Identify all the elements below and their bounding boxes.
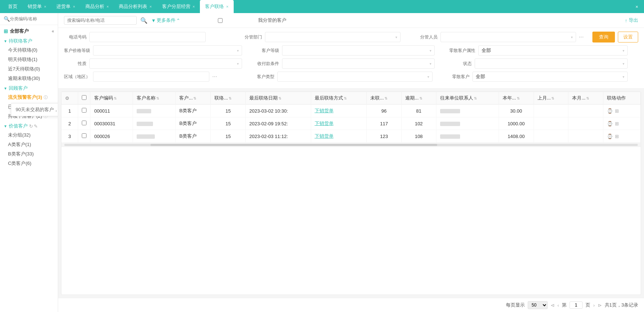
- page-prev-button[interactable]: ‹: [558, 303, 559, 308]
- row-checkbox[interactable]: [82, 121, 86, 125]
- price-level-select[interactable]: ▾: [93, 45, 242, 56]
- last-date-cell: 2023-02-03 11:12:: [246, 130, 311, 143]
- region-more-icon[interactable]: ···: [209, 73, 220, 80]
- scrollbar-thumb[interactable]: [150, 144, 437, 146]
- more-conditions-button[interactable]: ▼ 更多条件 ⌃: [151, 17, 180, 24]
- staff-select[interactable]: ▾: [440, 32, 576, 42]
- zero-customer-select[interactable]: 全部 ▾: [472, 72, 628, 82]
- more-action-icon[interactable]: ⊞: [615, 108, 619, 114]
- close-icon[interactable]: ×: [44, 4, 46, 9]
- page-number-input[interactable]: [569, 301, 583, 309]
- col-contact-person[interactable]: 往来单位联系人⇅: [436, 92, 499, 105]
- col-last-month[interactable]: 上月...⇅: [534, 92, 568, 105]
- sidebar-item-7days[interactable]: 近7天待联络(0): [0, 64, 58, 74]
- dept-select[interactable]: ▾: [265, 32, 401, 42]
- col-unlisted[interactable]: 未联...⇅: [367, 92, 402, 105]
- export-button[interactable]: ↑ 导出: [625, 17, 639, 24]
- nav-tab-home[interactable]: 首页: [3, 0, 23, 13]
- status-select[interactable]: ▾: [475, 58, 627, 69]
- nav-tab-product-list[interactable]: 商品分析列表 ×: [114, 0, 157, 13]
- close-icon[interactable]: ×: [106, 4, 109, 9]
- nav-tab-purchase[interactable]: 进货单 ×: [51, 0, 80, 13]
- close-icon[interactable]: ×: [149, 4, 152, 9]
- my-customers-checkbox[interactable]: [184, 18, 257, 23]
- row-checkbox[interactable]: [82, 133, 86, 138]
- more-icon[interactable]: ···: [576, 34, 587, 40]
- sidebar-item-churn-warning[interactable]: 流失预警客户(3) ⓘ: [0, 93, 58, 102]
- close-all-button[interactable]: ×: [632, 3, 641, 10]
- col-this-month[interactable]: 本月...⇅: [568, 92, 603, 105]
- contact-way-link[interactable]: 下销货单: [315, 108, 334, 113]
- sidebar-item-unclassified[interactable]: 未分组(32): [0, 130, 58, 140]
- filter-field-region: 区域（地区） ···: [64, 72, 245, 82]
- search-input[interactable]: [64, 16, 137, 25]
- sidebar-collapse-button[interactable]: «: [52, 29, 54, 34]
- status-label: 状态: [449, 61, 475, 67]
- per-page-select[interactable]: 50 100 200: [528, 301, 548, 309]
- check-cell[interactable]: [78, 117, 90, 130]
- more-action-icon[interactable]: ⊞: [615, 134, 619, 139]
- col-code[interactable]: 客户编码⇅: [90, 92, 133, 105]
- edit-icon[interactable]: ✎: [34, 123, 38, 129]
- page-last-button[interactable]: ⊳: [598, 303, 602, 308]
- contact-way-link[interactable]: 下销货单: [315, 133, 334, 139]
- sidebar-item-class-c[interactable]: C类客户(6): [0, 159, 58, 168]
- col-checkbox[interactable]: [78, 92, 90, 105]
- sidebar-item-tomorrow[interactable]: 明天待联络(1): [0, 55, 58, 64]
- check-cell[interactable]: [78, 130, 90, 143]
- action-icons: ⌚ ⊞: [607, 134, 637, 139]
- col-last-date[interactable]: 最后联络日期⇅: [246, 92, 311, 105]
- close-icon[interactable]: ×: [226, 4, 228, 9]
- customer-level-select[interactable]: ▾: [282, 45, 435, 56]
- col-this-year[interactable]: 本年...⇅: [499, 92, 534, 105]
- settings-button[interactable]: 设置: [618, 32, 638, 42]
- page-first-button[interactable]: ⊲: [551, 303, 555, 308]
- zero-attr-select[interactable]: 全部 ▾: [478, 45, 627, 56]
- sidebar-group-value[interactable]: ▼ 价值客户 ↻ ✎: [0, 121, 58, 130]
- search-icon[interactable]: 🔍: [140, 17, 148, 24]
- payment-select[interactable]: ▾: [282, 58, 435, 69]
- sidebar-item-class-a[interactable]: A类客户(1): [0, 140, 58, 149]
- query-button[interactable]: 查询: [592, 32, 615, 42]
- col-contact-num[interactable]: 联络...⇅: [211, 92, 246, 105]
- my-customers-checkbox-area[interactable]: 我分管的客户: [184, 17, 286, 24]
- check-cell[interactable]: [78, 105, 90, 117]
- row-checkbox[interactable]: [82, 108, 86, 113]
- col-name[interactable]: 客户名称⇅: [133, 92, 176, 105]
- contact-icon[interactable]: ⌚: [607, 108, 613, 114]
- close-icon[interactable]: ×: [73, 4, 75, 9]
- more-action-icon[interactable]: ⊞: [615, 121, 619, 126]
- contact-way-link[interactable]: 下销货单: [315, 121, 334, 126]
- nav-tab-customer-layer[interactable]: 客户分层经营 ×: [157, 0, 200, 13]
- sidebar-item-overdue[interactable]: 逾期未联络(30): [0, 74, 58, 83]
- sidebar-item-class-b[interactable]: B类客户(33): [0, 149, 58, 159]
- customer-type-select[interactable]: ▾: [277, 72, 432, 82]
- nav-tab-sales[interactable]: 销货单 ×: [23, 0, 51, 13]
- nature-select[interactable]: ▾: [89, 58, 242, 69]
- phone-label: 电话号码: [64, 34, 89, 40]
- page-next-button[interactable]: ›: [593, 303, 595, 308]
- contact-icon[interactable]: ⌚: [607, 134, 613, 139]
- region-select[interactable]: [93, 72, 209, 82]
- col-type[interactable]: 客户...⇅: [176, 92, 211, 105]
- sidebar-search-input[interactable]: [10, 16, 54, 21]
- phone-input[interactable]: [89, 32, 206, 42]
- close-icon[interactable]: ×: [193, 4, 195, 9]
- refresh-icon[interactable]: ↻: [29, 123, 33, 129]
- chevron-down-icon: ▾: [623, 62, 624, 66]
- horizontal-scrollbar[interactable]: [61, 143, 641, 147]
- sidebar-item-today[interactable]: 今天待联络(0): [0, 45, 58, 55]
- this-year-cell: 1408.00: [499, 130, 534, 143]
- col-overdue[interactable]: 逾期...⇅: [401, 92, 436, 105]
- select-all-checkbox[interactable]: [82, 95, 86, 100]
- code-cell: 00030031: [90, 117, 133, 130]
- sidebar-group-review[interactable]: ▼ 回顾客户: [0, 83, 58, 93]
- contact-person-cell: [436, 130, 499, 143]
- sidebar-group-pending[interactable]: ▼ 待联络客户: [0, 36, 58, 45]
- nav-tab-product-analysis[interactable]: 商品分析 ×: [80, 0, 114, 13]
- contact-icon[interactable]: ⌚: [607, 121, 613, 126]
- nav-tab-customer-contact[interactable]: 客户联络 ×: [200, 0, 233, 13]
- col-settings[interactable]: ⚙: [61, 92, 78, 105]
- last-month-cell: [534, 105, 568, 117]
- col-last-way[interactable]: 最后联络方式⇅: [311, 92, 367, 105]
